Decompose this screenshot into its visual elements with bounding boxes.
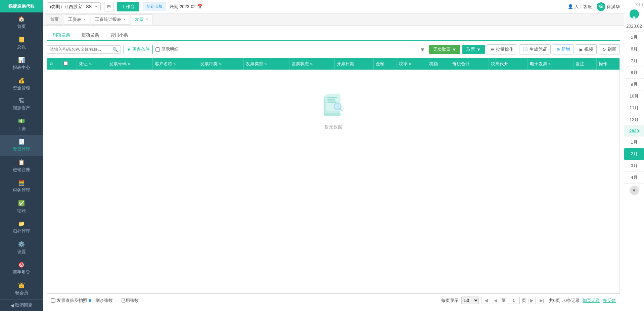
tab-home[interactable]: 首页 <box>46 14 63 25</box>
sub-tab-purchase[interactable]: 进项发票 <box>76 30 105 40</box>
sidebar-item-archive[interactable]: 📁 归档管理 <box>0 217 43 238</box>
workspace-button[interactable]: 工作台 <box>117 2 139 11</box>
col-open-date[interactable]: 开票日期 <box>335 58 374 70</box>
date-item-aug[interactable]: 8月 <box>624 67 644 79</box>
verify-checkbox[interactable] <box>51 298 55 303</box>
sidebar-item-close[interactable]: ✅ 结账 <box>0 197 43 217</box>
app-logo: 畅捷通易代账 <box>0 0 43 12</box>
tab-invoice[interactable]: 发票 × <box>131 14 152 25</box>
date-item-jan[interactable]: 1月 <box>624 137 644 148</box>
prev-page-button[interactable]: ◀ <box>492 297 499 304</box>
sub-tab-sales[interactable]: 销项发票 <box>47 30 76 41</box>
col-remark[interactable]: 备注 <box>573 58 596 70</box>
col-tax-rate[interactable]: 税率 ⇅ <box>397 58 427 70</box>
show-detail-checkbox[interactable]: 显示明细 <box>155 46 179 52</box>
col-checkbox[interactable] <box>61 58 77 70</box>
company-selector[interactable]: (勿删）江西股宝-LSS ▼ <box>47 2 101 11</box>
sidebar-item-tax[interactable]: 🧮 税务管理 <box>0 176 43 197</box>
sidebar-unpin[interactable]: ◀ 取消固定 <box>0 299 43 311</box>
refresh-label: 刷新 <box>607 46 616 52</box>
col-settings[interactable]: ⚙ <box>47 58 61 70</box>
content-area: 销项发票 进项发票 费用小票 🔍 ▼ 更多条件 显示明细 <box>43 26 624 311</box>
batch-op-button[interactable]: ☰ 批量操作 <box>487 44 517 54</box>
tab-salary-table[interactable]: 工资表 × <box>64 14 90 25</box>
video-button[interactable]: ▶ 视频 <box>576 44 597 54</box>
date-item-dec[interactable]: 12月 <box>624 114 644 126</box>
new-button[interactable]: ⊕ 新增 <box>553 44 574 54</box>
sidebar-item-member[interactable]: 👑 畅会员 <box>0 279 43 299</box>
plus-icon: ⊕ <box>556 47 560 52</box>
generate-voucher-button[interactable]: 📄 生成凭证 <box>519 44 551 54</box>
next-page-button[interactable]: ▶ <box>528 297 536 304</box>
tab-salary-stats[interactable]: 工资统计报表 × <box>91 14 130 25</box>
panel-maximize-icon[interactable]: □ <box>639 1 643 7</box>
sidebar-item-sales[interactable]: 📋 进销台账 <box>0 156 43 176</box>
sidebar-item-label: 发票管理 <box>13 146 30 152</box>
col-invoice-type[interactable]: 发票种类 ⇅ <box>198 58 244 70</box>
tab-salary-stats-close[interactable]: × <box>123 17 126 22</box>
col-customer[interactable]: 客户名称 ⇅ <box>152 58 198 70</box>
date-item-year-2023[interactable]: 2023 <box>624 126 644 137</box>
col-invoice-status[interactable]: 发票状态 ⇅ <box>289 58 335 70</box>
tab-salary-stats-label: 工资统计报表 <box>95 16 121 23</box>
last-page-button[interactable]: ▶| <box>538 297 546 304</box>
filter-button[interactable]: ▼ 更多条件 <box>124 45 153 54</box>
date-item-may[interactable]: 5月 <box>624 32 644 43</box>
sidebar-item-ledger[interactable]: 📒 总账 <box>0 33 43 53</box>
customer-service[interactable]: 👤 人工客服 <box>568 4 592 10</box>
date-item-sep[interactable]: 9月 <box>624 79 644 90</box>
feedback-link[interactable]: 去反馈 <box>603 298 616 304</box>
refresh-button[interactable]: ↻ 刷新 <box>599 44 620 54</box>
sidebar-item-invoice[interactable]: 🧾 发票管理 <box>0 135 43 156</box>
sidebar-item-salary[interactable]: 💵 工资 <box>0 115 43 135</box>
col-e-invoice[interactable]: 电子发票 ⇅ <box>527 58 573 70</box>
no-cancel-ticket-button[interactable]: 无负取票 ▼ <box>429 45 460 54</box>
col-invoice-no[interactable]: 发票号码 ⇅ <box>107 58 152 70</box>
tab-salary-close[interactable]: × <box>83 17 86 22</box>
col-invoice-category[interactable]: 发票类型 ⇅ <box>243 58 289 70</box>
user-profile[interactable]: 徐 徐溪华 <box>597 2 620 11</box>
col-tax-bureau[interactable]: 税局代开 <box>489 58 528 70</box>
company-action-icon[interactable]: ⊞ <box>104 2 113 11</box>
take-ticket-button[interactable]: 取票 ▼ <box>462 45 485 54</box>
open-date-button[interactable]: 开账日期 <box>630 9 639 19</box>
sidebar-item-guide[interactable]: 🎯 新手引导 <box>0 258 43 279</box>
page-input[interactable] <box>508 297 520 304</box>
switch-version-button[interactable]: 切到旧版 <box>143 2 166 11</box>
service-label: 人工客服 <box>574 4 592 10</box>
col-total[interactable]: 价税合计 <box>450 58 489 70</box>
col-tax-amount[interactable]: 税额 <box>427 58 450 70</box>
home-icon: 🏠 <box>18 16 25 22</box>
sidebar-item-finance[interactable]: 💰 资金管理 <box>0 74 43 94</box>
date-item-oct[interactable]: 10月 <box>624 90 644 102</box>
search-box[interactable]: 🔍 <box>47 45 121 54</box>
grid-settings-icon[interactable]: ⊞ <box>418 45 427 54</box>
panel-close-icon[interactable]: × <box>635 1 638 7</box>
sidebar-item-home[interactable]: 🏠 首页 <box>0 12 43 33</box>
select-all-checkbox[interactable] <box>63 61 68 66</box>
date-item-feb[interactable]: 2月 <box>624 148 644 160</box>
sidebar-item-label: 工资 <box>17 126 26 132</box>
calendar-icon[interactable]: 📅 <box>197 4 202 9</box>
sidebar-item-assets[interactable]: 🏗 固定资产 <box>0 94 43 115</box>
date-item-nov[interactable]: 11月 <box>624 102 644 114</box>
date-item-mar[interactable]: 3月 <box>624 160 644 172</box>
panel-down-arrow[interactable]: ▼ <box>630 186 639 195</box>
show-detail-input[interactable] <box>155 47 160 52</box>
date-item-jun[interactable]: 6月 <box>624 43 644 55</box>
col-voucher[interactable]: 凭证 ⇅ <box>77 58 107 70</box>
tab-invoice-close[interactable]: × <box>146 17 148 22</box>
per-page-select[interactable]: 50 100 200 <box>461 297 479 304</box>
add-record-link[interactable]: 加页记录 <box>583 298 600 304</box>
sidebar-item-reports[interactable]: 📊 报表中心 <box>0 53 43 74</box>
date-item-current[interactable]: 2023.02 <box>624 21 644 32</box>
date-item-apr[interactable]: 4月 <box>624 172 644 184</box>
verify-checkbox-label[interactable]: 发票查验及拍照 <box>51 298 91 304</box>
first-page-button[interactable]: |◀ <box>481 297 490 304</box>
date-item-jul[interactable]: 7月 <box>624 55 644 67</box>
search-input[interactable] <box>50 47 110 52</box>
sidebar-item-settings[interactable]: ⚙️ 设置 <box>0 238 43 258</box>
col-amount[interactable]: 金额 <box>373 58 397 70</box>
sidebar-item-label: 首页 <box>17 24 26 30</box>
sub-tab-expense[interactable]: 费用小票 <box>105 30 134 40</box>
